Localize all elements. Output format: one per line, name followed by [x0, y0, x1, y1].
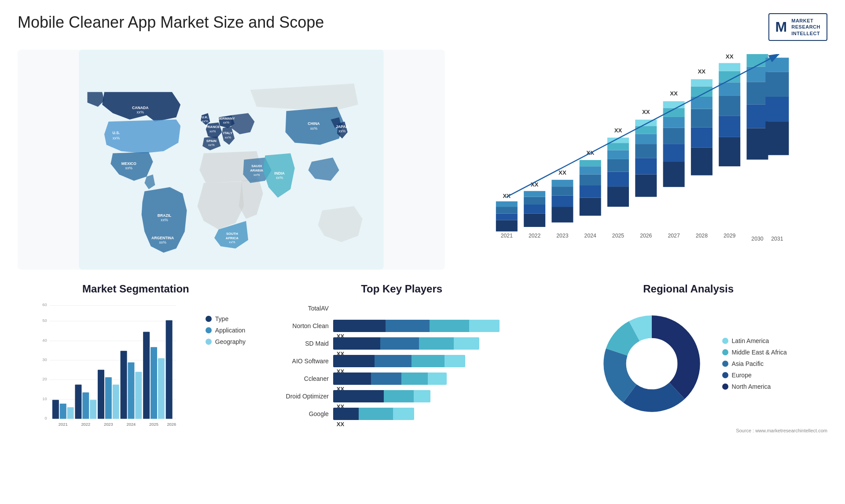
svg-rect-67: [635, 158, 657, 175]
svg-rect-52: [580, 185, 601, 198]
svg-text:2024: 2024: [584, 232, 596, 238]
legend-geography: Geography: [206, 338, 254, 345]
svg-text:xx%: xx%: [125, 166, 133, 170]
svg-rect-79: [663, 101, 684, 108]
map-container: CANADA xx% U.S. xx% MEXICO xx% BRAZIL xx…: [18, 50, 445, 270]
legend-dot-europe: [722, 372, 728, 378]
svg-rect-131: [75, 384, 81, 419]
svg-text:BRAZIL: BRAZIL: [158, 213, 172, 218]
svg-text:xx%: xx%: [310, 126, 318, 131]
svg-rect-53: [580, 174, 601, 185]
svg-text:2022: 2022: [529, 232, 540, 238]
svg-text:xx%: xx%: [224, 135, 231, 139]
source-text: Source : www.marketresearchintellect.com: [549, 428, 827, 433]
svg-rect-59: [607, 172, 629, 186]
growth-chart-svg: XX 2021 XX 2022 XX 2023 XX: [463, 54, 819, 270]
players-title: Top Key Players: [263, 283, 541, 295]
player-row-ccleaner: Ccleaner XX: [267, 373, 536, 385]
svg-text:SOUTH: SOUTH: [226, 232, 238, 236]
svg-text:20: 20: [42, 377, 47, 381]
svg-text:xx%: xx%: [161, 218, 168, 222]
svg-rect-82: [691, 147, 713, 175]
svg-text:U.K.: U.K.: [202, 115, 208, 119]
svg-text:U.S.: U.S.: [113, 131, 120, 135]
svg-rect-92: [719, 96, 740, 116]
svg-rect-39: [524, 213, 545, 227]
svg-text:2031: 2031: [771, 236, 783, 242]
player-bar-droid: XX: [333, 390, 536, 402]
svg-rect-106: [765, 72, 789, 97]
player-name-totalav: TotalAV: [267, 305, 329, 312]
svg-rect-74: [663, 162, 684, 187]
svg-text:SAUDI: SAUDI: [251, 164, 262, 168]
svg-text:XX: XX: [670, 90, 678, 97]
svg-rect-84: [691, 109, 713, 127]
donut-legend: Latin America Middle East & Africa Asia …: [722, 337, 787, 390]
svg-rect-61: [607, 150, 629, 159]
svg-text:10: 10: [42, 397, 47, 401]
legend-north-america: North America: [722, 383, 787, 390]
svg-text:2024: 2024: [127, 422, 136, 427]
svg-text:xx%: xx%: [229, 240, 235, 244]
donut-chart: [590, 302, 713, 425]
player-name-droid: Droid Optimizer: [267, 393, 329, 400]
svg-text:2026: 2026: [167, 422, 176, 427]
regional-title: Regional Analysis: [549, 283, 827, 295]
svg-rect-105: [765, 97, 789, 121]
svg-text:2021: 2021: [501, 232, 513, 238]
svg-rect-46: [551, 195, 573, 207]
legend-dot-asia: [722, 361, 728, 367]
svg-rect-62: [607, 143, 629, 150]
legend-dot-northam: [722, 383, 728, 390]
svg-text:CANADA: CANADA: [132, 106, 149, 110]
svg-rect-140: [128, 362, 134, 419]
player-row-aio: AIO Software XX: [267, 355, 536, 367]
svg-text:xx%: xx%: [276, 175, 283, 180]
legend-dot-application: [206, 327, 212, 333]
svg-text:0: 0: [44, 416, 47, 420]
svg-text:xx%: xx%: [254, 172, 260, 176]
svg-text:ARABIA: ARABIA: [250, 168, 263, 172]
svg-rect-40: [524, 205, 545, 213]
header: Mobile Cleaner App Market Size and Scope…: [18, 13, 827, 41]
svg-text:SPAIN: SPAIN: [206, 139, 217, 143]
logo: M MARKET RESEARCH INTELLECT: [768, 13, 827, 41]
svg-text:2023: 2023: [104, 422, 113, 427]
svg-text:AFRICA: AFRICA: [226, 236, 239, 240]
svg-rect-135: [98, 370, 104, 419]
svg-text:xx%: xx%: [159, 240, 167, 245]
bottom-section: Market Segmentation 0 10 20 30 40 50 60: [18, 283, 827, 476]
legend-asia: Asia Pacific: [722, 360, 787, 367]
legend-dot-geography: [206, 339, 212, 345]
player-row-sdmaid: SD Maid XX: [267, 337, 536, 350]
svg-rect-133: [90, 400, 96, 419]
svg-text:xx%: xx%: [113, 136, 120, 140]
player-bar-sdmaid: XX: [333, 337, 536, 350]
svg-rect-55: [580, 160, 601, 166]
svg-text:XX: XX: [558, 169, 566, 175]
svg-rect-51: [580, 198, 601, 216]
svg-text:XX: XX: [614, 127, 622, 134]
svg-text:CHINA: CHINA: [308, 121, 320, 126]
svg-rect-33: [496, 220, 518, 232]
svg-text:2026: 2026: [640, 232, 652, 238]
svg-rect-42: [524, 191, 545, 197]
svg-rect-58: [607, 186, 629, 207]
svg-text:xx%: xx%: [202, 119, 209, 123]
legend-type: Type: [206, 315, 254, 322]
svg-rect-60: [607, 159, 629, 172]
svg-rect-139: [121, 351, 127, 419]
legend-application: Application: [206, 327, 254, 334]
player-name-google: Google: [267, 410, 329, 417]
svg-rect-35: [496, 207, 518, 213]
svg-text:XX: XX: [698, 68, 705, 75]
svg-text:MEXICO: MEXICO: [121, 161, 136, 165]
growth-chart-container: XX 2021 XX 2022 XX 2023 XX: [454, 50, 827, 270]
players-list: TotalAV Norton Clean XX SD Maid: [263, 302, 541, 420]
logo-letter: M: [775, 19, 787, 35]
svg-rect-70: [635, 126, 657, 134]
svg-text:50: 50: [42, 318, 47, 323]
svg-rect-76: [663, 128, 684, 144]
svg-text:FRANCE: FRANCE: [206, 125, 220, 129]
players-section: Top Key Players TotalAV Norton Clean XX: [263, 283, 541, 476]
